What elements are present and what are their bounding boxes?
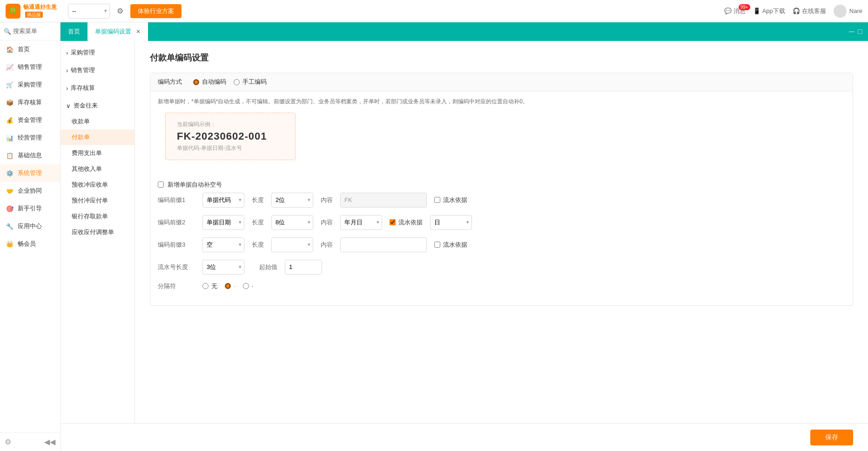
member-icon: 👑 [6, 240, 14, 248]
page-content: 付款单编码设置 编码方式 自动编码 手工编码 [135, 41, 868, 423]
code-preview: 当前编码示例： FK-20230602-001 单据代码-单据日期-流水号 [165, 113, 296, 160]
sidebar-search[interactable]: 🔍 搜索菜单 [0, 22, 60, 40]
tab-home[interactable]: 首页 [61, 22, 87, 41]
prefix2-select[interactable]: 单据日期 [202, 215, 244, 230]
footer-bar: 保存 [61, 423, 868, 451]
content3-input[interactable] [340, 237, 427, 252]
prefix3-select[interactable]: 空 [202, 237, 244, 252]
sub-menu-item-bank[interactable]: 银行存取款单 [61, 209, 135, 224]
chevron-right-icon: › [66, 49, 68, 56]
content1-input [340, 193, 427, 208]
sep-radio-none[interactable]: 无 [202, 282, 217, 290]
length2-select-wrapper[interactable]: 8位 [271, 215, 313, 230]
brand-icon: 🍀 [6, 4, 20, 19]
liushui2-unit-select[interactable]: 日 [430, 215, 472, 230]
sidebar-item-sales[interactable]: 📈 销售管理 [0, 58, 60, 76]
sub-menu-item-adjust[interactable]: 应收应付调整单 [61, 224, 135, 240]
save-button[interactable]: 保存 [810, 430, 853, 445]
sidebar-item-guide[interactable]: 🎯 新手引导 [0, 200, 60, 217]
form-row-1: 编码前缀1 单据代码 长度 2位 [158, 193, 845, 208]
liushui1-checkbox[interactable] [434, 197, 440, 203]
prefix1-select[interactable]: 单据代码 [202, 193, 244, 208]
user-info[interactable]: Nare [834, 5, 862, 18]
sales-icon: 📈 [6, 63, 14, 71]
sub-menu-purchase-title[interactable]: › 采购管理 [61, 45, 135, 61]
length1-select-wrapper[interactable]: 2位 [271, 193, 313, 208]
avatar [834, 5, 847, 18]
form-row-3: 编码前缀3 空 长度 [158, 237, 845, 252]
sub-menu-fund-title[interactable]: ∨ 资金往来 [61, 98, 135, 114]
sidebar-item-finance[interactable]: 💰 资金管理 [0, 111, 60, 129]
sidebar-item-operation[interactable]: 📊 经营管理 [0, 129, 60, 147]
liushui2-unit-wrapper[interactable]: 日 [430, 215, 472, 230]
settings-icon[interactable]: ⚙ [114, 5, 127, 18]
sub-menu-sales-title[interactable]: › 销售管理 [61, 62, 135, 78]
content-area: › 采购管理 › 销售管理 › 库存核算 [61, 41, 868, 423]
sep-radio-group: 无 · · [202, 282, 253, 290]
sidebar-item-apps[interactable]: 🔧 应用中心 [0, 217, 60, 235]
settings-footer-icon[interactable]: ⚙ [5, 438, 11, 446]
sidebar-item-home[interactable]: 🏠 首页 [0, 40, 60, 58]
sub-menu-item-payment[interactable]: 付款单 [61, 129, 135, 145]
liushui1-checkbox-label[interactable]: 流水依据 [434, 196, 467, 204]
sidebar-item-enterprise[interactable]: 🤝 企业协同 [0, 182, 60, 200]
sidebar: 🔍 搜索菜单 🏠 首页 📈 销售管理 🛒 采购管理 📦 库存核算 💰 [0, 22, 61, 451]
length3-select[interactable] [271, 237, 313, 252]
encode-radio-group: 自动编码 手工编码 [193, 78, 267, 86]
sidebar-item-system[interactable]: ⚙️ 系统管理 [0, 164, 60, 182]
online-service-button[interactable]: 🎧 在线客服 [793, 7, 826, 15]
radio-auto[interactable]: 自动编码 [193, 78, 226, 86]
nav-dropdown[interactable]: -- [68, 4, 110, 19]
sidebar-item-purchase[interactable]: 🛒 采购管理 [0, 76, 60, 94]
sep-radio-dot1[interactable]: · [225, 283, 236, 289]
collapse-icon[interactable]: ◀◀ [44, 438, 55, 446]
prefix1-select-wrapper[interactable]: 单据代码 [202, 193, 244, 208]
message-button[interactable]: 💬 消息 99+ [724, 7, 746, 15]
finance-icon: 💰 [6, 116, 14, 124]
sub-menu-inventory-title[interactable]: › 库存核算 [61, 80, 135, 96]
auto-fill-checkbox[interactable] [158, 182, 164, 188]
length3-select-wrapper[interactable] [271, 237, 313, 252]
liushui2-checkbox[interactable] [390, 219, 396, 225]
sidebar-item-inventory[interactable]: 📦 库存核算 [0, 94, 60, 111]
message-icon: 💬 [724, 7, 732, 14]
maximize-icon[interactable]: □ [858, 27, 862, 36]
chevron-down-icon: ∨ [66, 102, 71, 109]
operation-icon: 📊 [6, 134, 14, 142]
sub-menu-item-pre-receipt[interactable]: 预收冲应收单 [61, 177, 135, 193]
home-icon: 🏠 [6, 45, 14, 54]
length1-select[interactable]: 2位 [271, 193, 313, 208]
trial-button[interactable]: 体验行业方案 [130, 4, 182, 18]
serial-length-select-wrapper[interactable]: 3位 [202, 260, 244, 275]
tab-close-icon[interactable]: ✕ [136, 28, 141, 35]
sub-menu-item-expense[interactable]: 费用支出单 [61, 145, 135, 161]
prefix2-select-wrapper[interactable]: 单据日期 [202, 215, 244, 230]
minimize-icon[interactable]: ─ [849, 27, 854, 36]
prefix3-select-wrapper[interactable]: 空 [202, 237, 244, 252]
liushui2-checkbox-label[interactable]: 流水依据 [390, 218, 423, 227]
content2-select-wrapper[interactable]: 年月日 [340, 215, 382, 230]
app-download-button[interactable]: 📱 App下载 [753, 7, 785, 15]
sidebar-item-member[interactable]: 👑 畅会员 [0, 235, 60, 253]
serial-length-select[interactable]: 3位 [202, 260, 244, 275]
length2-select[interactable]: 8位 [271, 215, 313, 230]
liushui3-checkbox-label[interactable]: 流水依据 [434, 241, 467, 249]
radio-manual[interactable]: 手工编码 [234, 78, 267, 86]
start-value-input[interactable] [285, 260, 322, 275]
content2-select[interactable]: 年月日 [340, 215, 382, 230]
code-preview-value: FK-20230602-001 [177, 130, 284, 142]
liushui3-checkbox[interactable] [434, 242, 440, 248]
form-section: 编码前缀1 单据代码 长度 2位 [150, 193, 853, 305]
sidebar-item-basic[interactable]: 📋 基础信息 [0, 147, 60, 164]
sub-menu-item-pre-payment[interactable]: 预付冲应付单 [61, 193, 135, 209]
top-header: 🍀 畅通通好生意 插品版 -- ⚙ 体验行业方案 💬 消息 99+ 📱 App下… [0, 0, 868, 22]
brand-logo: 🍀 畅通通好生意 插品版 [6, 4, 57, 19]
chevron-right-icon2: › [66, 67, 68, 74]
download-icon: 📱 [753, 7, 760, 14]
sub-menu-item-receipt[interactable]: 收款单 [61, 114, 135, 129]
app-body: 🔍 搜索菜单 🏠 首页 📈 销售管理 🛒 采购管理 📦 库存核算 💰 [0, 22, 868, 451]
brand-text: 畅通通好生意 插品版 [23, 4, 57, 19]
sep-radio-dot2[interactable]: · [243, 283, 254, 289]
tab-encode-settings[interactable]: 单据编码设置 ✕ [87, 22, 148, 41]
sub-menu-item-other-income[interactable]: 其他收入单 [61, 161, 135, 177]
